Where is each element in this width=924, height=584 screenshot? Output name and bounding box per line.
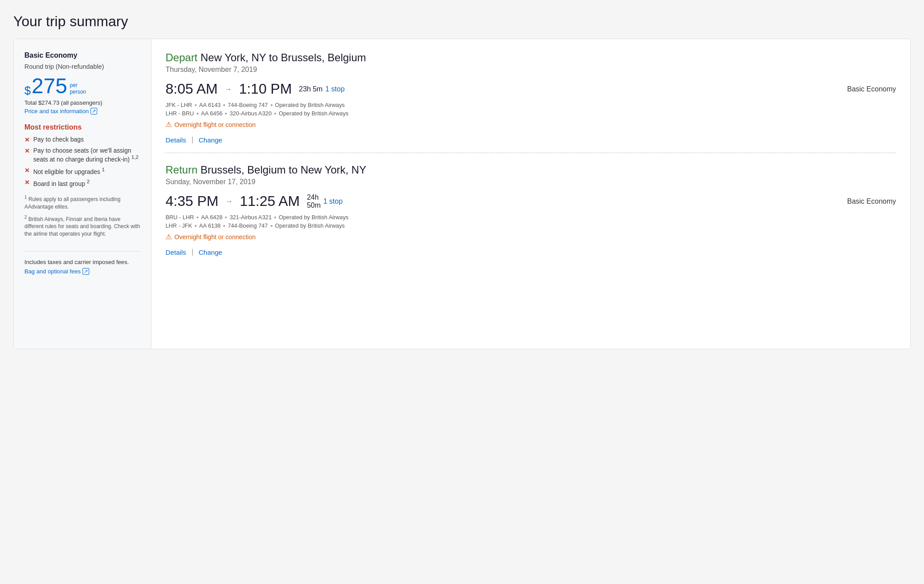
depart-seg2-operator: Operated by British Airways <box>279 110 348 117</box>
return-seg1-flight: AA 6428 <box>201 214 222 221</box>
dot-icon <box>271 225 272 227</box>
external-link-icon: ↗ <box>91 108 97 114</box>
includes-text: Includes taxes and carrier imposed fees. <box>24 259 140 265</box>
depart-header: Depart New York, NY to Brussels, Belgium <box>166 51 896 64</box>
warning-icon: ⚠ <box>166 120 172 129</box>
page-title: Your trip summary <box>13 13 911 30</box>
x-icon: ✕ <box>24 147 30 154</box>
restriction-item: ✕ Pay to choose seats (or we'll assign s… <box>24 147 140 163</box>
price-row: $ 275 perperson <box>24 75 140 97</box>
right-panel: Depart New York, NY to Brussels, Belgium… <box>151 39 910 349</box>
return-stops-link[interactable]: 1 stop <box>324 197 343 205</box>
return-seg1-operator: Operated by British Airways <box>279 214 348 221</box>
return-date: Sunday, November 17, 2019 <box>166 178 896 186</box>
restriction-item: ✕ Not eligible for upgrades 1 <box>24 166 140 175</box>
return-seg2-route: LHR - JFK <box>166 222 192 229</box>
action-divider: | <box>191 136 193 144</box>
restriction-list: ✕ Pay to check bags ✕ Pay to choose seat… <box>24 136 140 187</box>
restrictions-title: Most restrictions <box>24 123 140 131</box>
return-seg1-aircraft: 321-Airbus A321 <box>229 214 272 221</box>
return-header: Return Brussels, Belgium to New York, NY <box>166 164 896 176</box>
return-segment-1: BRU - LHR AA 6428 321-Airbus A321 Operat… <box>166 214 896 221</box>
depart-direction: Depart New York, NY to Brussels, Belgium <box>166 51 366 63</box>
total-price-label: Total $274.73 (all passengers) <box>24 99 140 106</box>
depart-arrival-time: 1:10 PM <box>239 81 292 97</box>
x-icon: ✕ <box>24 136 30 143</box>
dot-icon <box>225 113 227 114</box>
depart-seg1-flight: AA 6143 <box>199 102 221 108</box>
per-person-label: perperson <box>70 82 86 95</box>
price-info-link[interactable]: Price and tax information ↗ <box>24 108 140 114</box>
depart-times-row: 8:05 AM → 1:10 PM 23h 5m 1 stop Basic Ec… <box>166 81 896 97</box>
dot-icon <box>223 225 225 227</box>
depart-fare-class: Basic Economy <box>847 85 896 93</box>
depart-departure-time: 8:05 AM <box>166 81 217 97</box>
dot-icon <box>274 217 276 218</box>
restriction-item: ✕ Pay to check bags <box>24 136 140 143</box>
section-divider <box>166 153 896 153</box>
dot-icon <box>197 217 198 218</box>
return-change-link[interactable]: Change <box>199 249 222 256</box>
return-departure-time: 4:35 PM <box>166 193 218 209</box>
depart-flight-section: Depart New York, NY to Brussels, Belgium… <box>166 51 896 144</box>
dot-icon <box>195 225 197 227</box>
return-seg2-operator: Operated by British Airways <box>275 222 345 229</box>
trip-type-label: Round trip (Non-refundable) <box>24 63 140 70</box>
depart-seg1-aircraft: 744-Boeing 747 <box>228 102 268 108</box>
arrow-icon: → <box>225 85 232 93</box>
depart-change-link[interactable]: Change <box>199 136 222 144</box>
currency-symbol: $ <box>24 85 31 97</box>
depart-seg2-route: LHR - BRU <box>166 110 194 117</box>
depart-date: Thursday, November 7, 2019 <box>166 66 896 74</box>
return-actions-row: Details | Change <box>166 248 896 256</box>
return-fare-class: Basic Economy <box>847 197 896 205</box>
dot-icon <box>225 217 227 218</box>
depart-duration-stops: 23h 5m 1 stop <box>299 85 345 93</box>
return-overnight-warning: ⚠ Overnight flight or connection <box>166 233 896 241</box>
depart-seg2-aircraft: 320-Airbus A320 <box>229 110 272 117</box>
depart-actions-row: Details | Change <box>166 136 896 144</box>
depart-stops-link[interactable]: 1 stop <box>325 85 345 93</box>
restriction-item: ✕ Board in last group 2 <box>24 178 140 187</box>
depart-seg1-route: JFK - LHR <box>166 102 192 108</box>
return-duration: 24h50m <box>307 193 320 209</box>
return-times-row: 4:35 PM → 11:25 AM 24h50m 1 stop Basic E… <box>166 193 896 209</box>
depart-seg2-flight: AA 6456 <box>201 110 222 117</box>
return-flight-section: Return Brussels, Belgium to New York, NY… <box>166 164 896 256</box>
fare-type-label: Basic Economy <box>24 51 140 59</box>
depart-segment-2: LHR - BRU AA 6456 320-Airbus A320 Operat… <box>166 110 896 117</box>
external-link-icon: ↗ <box>83 268 89 275</box>
return-arrival-time: 11:25 AM <box>240 193 300 209</box>
price-amount: 275 <box>32 75 67 97</box>
depart-details-link[interactable]: Details <box>166 136 186 144</box>
dot-icon <box>197 113 198 114</box>
left-footer: Includes taxes and carrier imposed fees.… <box>24 251 140 275</box>
warning-icon: ⚠ <box>166 233 172 241</box>
depart-segment-1: JFK - LHR AA 6143 744-Boeing 747 Operate… <box>166 102 896 108</box>
dot-icon <box>274 113 276 114</box>
return-seg2-aircraft: 744-Boeing 747 <box>228 222 268 229</box>
return-details-link[interactable]: Details <box>166 249 186 256</box>
depart-overnight-warning: ⚠ Overnight flight or connection <box>166 120 896 129</box>
return-seg1-route: BRU - LHR <box>166 214 194 221</box>
x-icon: ✕ <box>24 167 30 174</box>
action-divider: | <box>191 248 193 256</box>
footnote-2: 2 British Airways, Finnair and Iberia ha… <box>24 214 140 238</box>
depart-duration: 23h 5m <box>299 85 323 93</box>
depart-seg1-operator: Operated by British Airways <box>275 102 345 108</box>
return-duration-stops: 24h50m 1 stop <box>307 193 343 209</box>
dot-icon <box>223 104 225 106</box>
footnote-1: 1 Rules apply to all passengers includin… <box>24 194 140 211</box>
dot-icon <box>195 104 197 106</box>
return-seg2-flight: AA 6138 <box>199 222 221 229</box>
x-icon: ✕ <box>24 179 30 186</box>
main-card: Basic Economy Round trip (Non-refundable… <box>13 39 911 349</box>
arrow-icon: → <box>225 197 233 205</box>
bag-link[interactable]: Bag and optional fees ↗ <box>24 268 140 275</box>
left-panel: Basic Economy Round trip (Non-refundable… <box>14 39 151 349</box>
dot-icon <box>271 104 272 106</box>
return-segment-2: LHR - JFK AA 6138 744-Boeing 747 Operate… <box>166 222 896 229</box>
return-direction: Return Brussels, Belgium to New York, NY <box>166 164 366 176</box>
